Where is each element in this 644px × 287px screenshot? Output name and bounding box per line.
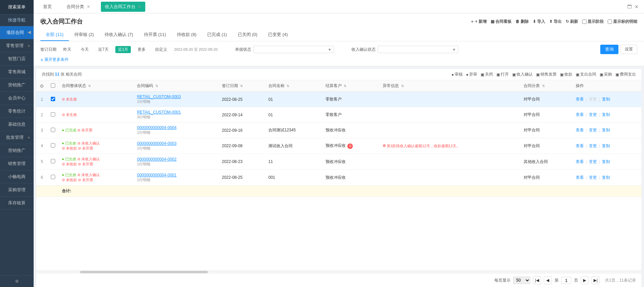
contract-link[interactable]: RETAIL_CUSTOM-0001 (137, 110, 181, 115)
sidebar-item-sales-mgmt[interactable]: 销售管理 (0, 157, 34, 170)
date-btn-yesterday[interactable]: 昨天 (61, 46, 74, 53)
row-checkbox[interactable] (51, 128, 55, 132)
row-checkbox[interactable] (51, 97, 55, 101)
table-gear-icon[interactable]: ⚙ (40, 83, 44, 89)
receipt-status-select[interactable]: ▼ (378, 46, 458, 53)
sidebar-item-project[interactable]: 项目合同 ◀ (0, 26, 34, 39)
expand-more-button[interactable]: ∨ 展开更多条件 (40, 57, 69, 63)
contract-link[interactable]: 0000000000004-0001 (137, 173, 176, 177)
sidebar-item-xpc[interactable]: 小畅电商 (0, 170, 34, 183)
sidebar-item-smart-store[interactable]: 智慧门店 (0, 52, 34, 66)
tab-pending-invoice[interactable]: 待开票 (11) (139, 29, 172, 41)
sort-date-icon[interactable]: ⇅ (240, 84, 243, 88)
action-copy[interactable]: 复制 (602, 127, 610, 133)
delete-button[interactable]: 🗑 删除 (516, 19, 529, 25)
page-prev-button[interactable]: ◀ (544, 276, 552, 284)
row-checkbox[interactable] (51, 143, 55, 148)
tab-completed[interactable]: 已完成 (1) (202, 29, 232, 41)
action-sales-invoice[interactable]: ▣ 销售发票 (536, 72, 557, 77)
search-button[interactable]: 查询 (600, 45, 618, 54)
contract-link[interactable]: 0000000000004-0004 (137, 125, 176, 130)
action-view[interactable]: 查看 (576, 112, 584, 118)
action-abandon-review[interactable]: ● 弃审 (466, 72, 477, 77)
horizontal-scrollbar[interactable] (36, 271, 641, 273)
action-change[interactable]: 变更 (589, 127, 597, 133)
contract-link[interactable]: 0000000000004-0003 (137, 141, 176, 146)
action-view[interactable]: 查看 (576, 127, 584, 133)
sort-code-icon[interactable]: ⇅ (155, 84, 158, 88)
tab-closed[interactable]: 已关闭 (0) (232, 29, 263, 41)
sidebar-settings-icon[interactable]: ⚙ (0, 275, 34, 287)
sidebar-item-wholesale[interactable]: 批发管理 ▲ (0, 131, 34, 144)
sidebar-item-member[interactable]: 会员中心 (0, 92, 34, 105)
action-copy[interactable]: 复制 (602, 143, 610, 149)
action-income-confirm[interactable]: ▣ 收入确认 (512, 72, 533, 77)
action-open[interactable]: ▣ 打开 (496, 72, 509, 77)
sort-status-icon[interactable]: ⇅ (88, 84, 91, 88)
date-btn-today[interactable]: 今天 (78, 46, 91, 53)
action-purchase[interactable]: ▣ 采购 (600, 72, 612, 77)
page-last-button[interactable]: ▶| (592, 276, 600, 284)
action-copy[interactable]: 复制 (602, 175, 610, 180)
sort-warning-icon[interactable]: ⇅ (401, 84, 404, 88)
sidebar-item-purchase[interactable]: 采购管理 (0, 183, 34, 197)
action-view[interactable]: 查看 (576, 96, 584, 102)
row-checkbox[interactable] (51, 159, 55, 163)
date-btn-7days[interactable]: 近7天 (96, 46, 111, 53)
action-close[interactable]: ▣ 关闭 (481, 72, 493, 77)
action-copy[interactable]: 复制 (602, 112, 610, 118)
sort-name-icon[interactable]: ⇅ (287, 84, 289, 88)
settings-button[interactable]: 设置 (620, 45, 637, 54)
sidebar-item-retail-stat[interactable]: 零售统计 (0, 105, 34, 118)
sidebar-nav[interactable]: 快捷导航 (0, 14, 34, 26)
window-restore-icon[interactable]: 🗖 (627, 4, 632, 9)
new-button[interactable]: ＋ + 新增 (470, 19, 487, 25)
tab-all[interactable]: 全部 (11) (40, 29, 69, 41)
h-scroll-thumb[interactable] (80, 271, 208, 273)
sidebar-item-online-store[interactable]: 零售商城 (0, 66, 34, 79)
sidebar-item-marketing1[interactable]: 营销推广 (0, 79, 34, 92)
window-close-icon[interactable]: ✕ (635, 4, 639, 9)
tab-home[interactable]: 首页 (39, 0, 56, 13)
sidebar-item-retail-mgmt[interactable]: 零售管理 ▲ (0, 39, 34, 52)
action-copy[interactable]: 复制 (602, 96, 610, 102)
tab-pending-review[interactable]: 待审核 (2) (69, 29, 100, 41)
tab-contract-category-close[interactable]: ✕ (87, 4, 90, 9)
date-btn-more[interactable]: 更多 (135, 46, 148, 53)
row-checkbox[interactable] (51, 175, 55, 179)
table-scroll[interactable]: ⚙ 合同整体状态 ⇅ 合同编码 ⇅ (36, 80, 641, 271)
sort-category-icon[interactable]: ⇅ (542, 84, 545, 88)
doc-status-select[interactable]: ▼ (253, 46, 334, 53)
export-button[interactable]: ⬆ 导出 (549, 19, 562, 25)
row-checkbox[interactable] (51, 112, 55, 117)
action-change[interactable]: 变更 (589, 159, 597, 165)
tab-changed[interactable]: 已变更 (4) (263, 29, 293, 41)
page-size-select[interactable]: 50 100 200 (513, 277, 530, 284)
date-btn-1month[interactable]: 近1月 (115, 46, 131, 53)
contract-link[interactable]: 0000000000004-0002 (137, 157, 176, 162)
action-copy[interactable]: 复制 (602, 159, 610, 165)
action-review[interactable]: ● 审核 (452, 72, 463, 77)
import-button[interactable]: ⬇ 导入 (533, 19, 545, 25)
tab-contract-category[interactable]: 合同分类 ✕ (63, 0, 94, 13)
action-view[interactable]: 查看 (576, 175, 584, 180)
contract-link[interactable]: RETAIL_CUSTOM-0003 (137, 94, 181, 99)
sort-customer-icon[interactable]: ⇅ (344, 84, 346, 88)
action-expense-out[interactable]: ▣ 费用支出 (615, 72, 636, 77)
page-current-input[interactable] (561, 277, 571, 284)
show-detail-input[interactable] (608, 19, 612, 24)
date-btn-custom[interactable]: 自定义 (152, 46, 170, 53)
page-first-button[interactable]: |◀ (533, 276, 541, 284)
show-cols-checkbox[interactable]: 显示阶段 (582, 19, 604, 25)
action-view[interactable]: 查看 (576, 143, 584, 149)
tab-pending-payment[interactable]: 待收款 (8) (172, 29, 202, 41)
action-change[interactable]: 变更 (589, 143, 597, 149)
dashboard-button[interactable]: ▦ 合同看板 (491, 19, 512, 25)
action-payment[interactable]: ▣ 收款 (560, 72, 572, 77)
refresh-button[interactable]: ↻ 刷新 (566, 19, 578, 25)
select-all-checkbox[interactable] (51, 83, 55, 88)
tab-income-workbench-close[interactable]: ✕ (138, 4, 141, 9)
action-change[interactable]: 变更 (589, 112, 597, 118)
action-change[interactable]: 变更 (589, 175, 597, 180)
show-cols-input[interactable] (582, 19, 586, 24)
